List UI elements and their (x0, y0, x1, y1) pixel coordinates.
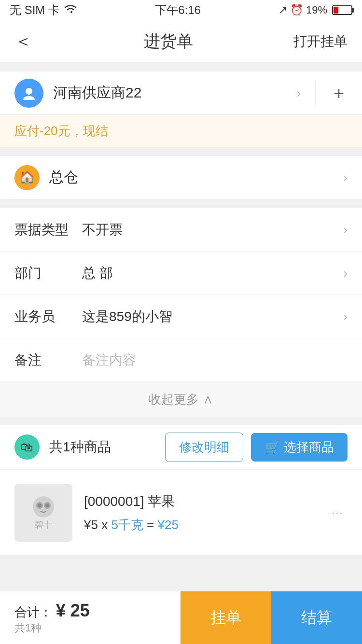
invoice-type-label: 票据类型 (14, 221, 82, 239)
price-equals: = (147, 518, 157, 532)
total-count: 共1种 (14, 621, 166, 635)
salesperson-arrow-icon: › (343, 309, 348, 324)
remark-row[interactable]: 备注 备注内容 (0, 338, 362, 382)
total-label: 合计： (14, 605, 52, 619)
select-product-label: 选择商品 (284, 439, 334, 456)
product-unit-price: ¥5 (84, 518, 98, 532)
alarm-icon: ⏰ (290, 4, 303, 16)
product-info: [0000001] 苹果 ¥5 x 5千克 = ¥25 (84, 492, 327, 533)
product-more-button[interactable]: ··· (327, 500, 348, 525)
salesperson-value: 这是859的小智 (82, 308, 343, 326)
svg-point-1 (33, 496, 54, 518)
warehouse-arrow-icon: › (343, 170, 348, 185)
section-divider-4 (0, 417, 362, 425)
product-name-text: 苹果 (148, 494, 175, 509)
product-code: [0000001] (84, 494, 144, 509)
svg-point-0 (26, 88, 32, 95)
bottom-spacer (0, 555, 362, 565)
department-label: 部门 (14, 264, 82, 282)
warehouse-name: 总仓 (49, 168, 343, 187)
edit-details-button[interactable]: 修改明细 (165, 433, 243, 462)
collapse-text: 收起更多 ∧ (149, 391, 213, 408)
notice-text: 应付-20元，现结 (14, 124, 108, 138)
section-divider-1 (0, 63, 362, 71)
settle-button[interactable]: 结算 (271, 591, 362, 644)
price-multiply: x (101, 518, 111, 532)
invoice-type-arrow-icon: › (343, 222, 348, 238)
section-divider-3 (0, 199, 362, 208)
open-hang-button[interactable]: 打开挂单 (293, 32, 348, 51)
nav-bar: ＜ 进货单 打开挂单 (0, 20, 362, 63)
supplier-section: 河南供应商22 › ＋ 应付-20元，现结 (0, 71, 362, 147)
form-section: 票据类型 不开票 › 部门 总 部 › 业务员 这是859的小智 › 备注 备注… (0, 208, 362, 382)
warehouse-icon-bg: 🏠 (14, 165, 40, 190)
supplier-row[interactable]: 河南供应商22 › ＋ (0, 71, 362, 115)
carrier-text: 无 SIM 卡 (10, 2, 60, 18)
select-product-button[interactable]: 🛒 选择商品 (251, 433, 348, 462)
product-item: 碧十 [0000001] 苹果 ¥5 x 5千克 = ¥25 ··· (0, 470, 362, 555)
supplier-name: 河南供应商22 (53, 83, 296, 103)
svg-point-5 (45, 504, 49, 507)
bag-icon: 🛍 (21, 440, 33, 455)
hang-button[interactable]: 挂单 (181, 591, 271, 644)
warehouse-row[interactable]: 🏠 总仓 › (0, 156, 362, 199)
bottom-bar: 合计： ¥ 25 共1种 挂单 结算 (0, 591, 362, 644)
department-row[interactable]: 部门 总 部 › (0, 252, 362, 295)
supplier-vertical-divider (315, 81, 316, 105)
product-name: [0000001] 苹果 (84, 492, 327, 511)
status-bar: 无 SIM 卡 下午6:16 ↗ ⏰ 19% (0, 0, 362, 20)
status-left: 无 SIM 卡 (10, 2, 77, 18)
warehouse-icon: 🏠 (19, 170, 35, 185)
department-value: 总 部 (82, 264, 343, 282)
cart-icon: 🛒 (265, 440, 280, 455)
location-icon: ↗ (278, 4, 287, 16)
notice-bar: 应付-20元，现结 (0, 115, 362, 147)
remark-label: 备注 (14, 351, 82, 369)
total-amount: ¥ 25 (56, 601, 90, 620)
department-arrow-icon: › (343, 266, 348, 281)
collapse-button[interactable]: 收起更多 ∧ (0, 382, 362, 417)
products-count: 共1种商品 (49, 438, 165, 456)
back-button[interactable]: ＜ (14, 29, 43, 53)
page-title: 进货单 (144, 30, 193, 53)
battery-icon (332, 5, 352, 15)
status-time: 下午6:16 (155, 2, 201, 18)
section-divider-2 (0, 147, 362, 156)
products-icon-bg: 🛍 (14, 434, 40, 460)
products-header: 🛍 共1种商品 修改明细 🛒 选择商品 (0, 425, 362, 469)
salesperson-row[interactable]: 业务员 这是859的小智 › (0, 295, 362, 338)
supplier-arrow-icon: › (296, 85, 301, 101)
product-price: ¥5 x 5千克 = ¥25 (84, 517, 327, 533)
total-section: 合计： ¥ 25 共1种 (0, 601, 181, 635)
supplier-avatar (14, 79, 43, 108)
product-placeholder-text: 碧十 (35, 519, 52, 531)
product-total: ¥25 (158, 518, 179, 532)
warehouse-section: 🏠 总仓 › (0, 156, 362, 199)
svg-point-4 (38, 504, 42, 507)
remark-input[interactable]: 备注内容 (82, 351, 348, 369)
status-right: ↗ ⏰ 19% (278, 4, 352, 16)
wifi-icon (64, 3, 77, 17)
product-qty: 5千克 (111, 518, 143, 532)
salesperson-label: 业务员 (14, 308, 82, 326)
add-supplier-button[interactable]: ＋ (330, 81, 348, 105)
battery-percent: 19% (306, 4, 327, 16)
product-image: 碧十 (14, 484, 72, 542)
total-row: 合计： ¥ 25 (14, 601, 166, 621)
invoice-type-value: 不开票 (82, 221, 343, 239)
invoice-type-row[interactable]: 票据类型 不开票 › (0, 208, 362, 252)
